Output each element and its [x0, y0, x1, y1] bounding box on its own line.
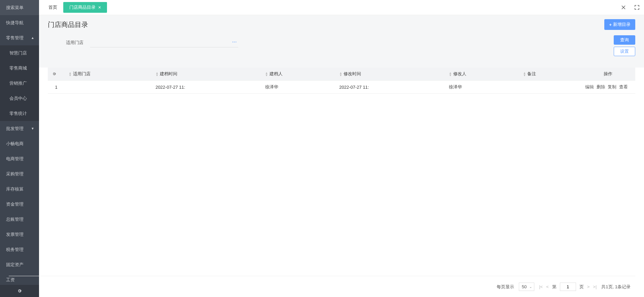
chevron-down-icon: ▼: [31, 127, 34, 130]
pagination-summary: 共1页, 1条记录: [601, 284, 631, 290]
sidebar-settings-button[interactable]: [0, 285, 39, 297]
cell-creator: 徐泽华: [261, 81, 335, 94]
plus-icon: +: [609, 22, 612, 27]
close-all-button[interactable]: [618, 2, 629, 12]
col-remark[interactable]: 备注: [519, 68, 580, 81]
sidebar-item-purchase[interactable]: 采购管理: [0, 166, 39, 181]
sidebar-item-funds[interactable]: 资金管理: [0, 197, 39, 212]
sidebar-item-salary[interactable]: 工资: [0, 272, 39, 285]
cell-modifier: 徐泽华: [445, 81, 519, 94]
delete-link[interactable]: 删除: [597, 84, 605, 89]
main: 首页 门店商品目录 × 门店商品目录 + 新增目录: [39, 0, 644, 297]
cell-ops: 编辑 删除 复制 查看: [580, 81, 635, 94]
sort-icon: [265, 72, 268, 77]
sidebar-item-fixed-assets[interactable]: 固定资产: [0, 257, 39, 272]
per-page-label: 每页显示: [497, 284, 514, 290]
page-size-select[interactable]: 50 ⌄: [519, 283, 534, 291]
filter-store-input[interactable]: ···: [90, 38, 238, 47]
sidebar-item-ecommerce[interactable]: 电商管理: [0, 151, 39, 166]
sidebar-item-marketing[interactable]: 营销推广: [0, 76, 39, 91]
cell-create-time: 2022-07-27 11:: [151, 81, 261, 94]
chevron-down-icon: ⌄: [529, 285, 532, 289]
column-config-button[interactable]: [48, 68, 65, 81]
page-first-button[interactable]: |<: [539, 284, 543, 289]
col-ops: 操作: [580, 68, 635, 81]
ellipsis-icon[interactable]: ···: [232, 39, 237, 44]
cell-modify-time: 2022-07-27 11:: [335, 81, 445, 94]
tabs-bar: 首页 门店商品目录 ×: [39, 0, 644, 15]
sort-icon: [523, 72, 526, 77]
filter-bar: 适用门店 ··· 查询 设置: [39, 34, 644, 51]
page-header: 门店商品目录 + 新增目录: [39, 15, 644, 34]
sidebar-item-search-menu[interactable]: 搜索菜单: [0, 0, 39, 15]
sort-icon: [339, 72, 342, 77]
col-modifier[interactable]: 修改人: [445, 68, 519, 81]
page-prev-button[interactable]: <: [546, 284, 549, 289]
col-modify-time[interactable]: 修改时间: [335, 68, 445, 81]
page-input[interactable]: [560, 283, 576, 291]
fullscreen-button[interactable]: [632, 2, 642, 12]
cell-remark: [519, 81, 580, 94]
page-last-button[interactable]: >|: [593, 284, 597, 289]
sort-icon: [69, 72, 72, 77]
sort-icon: [449, 72, 452, 77]
edit-link[interactable]: 编辑: [585, 84, 594, 89]
row-index: 1: [48, 81, 65, 94]
page-suffix: 页: [579, 284, 584, 290]
sidebar-item-inventory[interactable]: 库存核算: [0, 181, 39, 197]
close-icon[interactable]: ×: [98, 5, 101, 10]
chevron-up-icon: ▲: [31, 36, 34, 40]
sidebar-item-tax[interactable]: 税务管理: [0, 242, 39, 257]
tab-store-catalog[interactable]: 门店商品目录 ×: [63, 2, 107, 13]
query-button[interactable]: 查询: [614, 35, 635, 45]
filter-store-label: 适用门店: [66, 40, 83, 46]
sidebar-item-wholesale[interactable]: 批发管理 ▼: [0, 121, 39, 136]
sidebar-item-member-center[interactable]: 会员中心: [0, 91, 39, 106]
sidebar-menu: 搜索菜单 快捷导航 零售管理 ▲ 智慧门店 零售商城 营销推广 会员中心 零售统…: [0, 0, 39, 285]
col-store[interactable]: 适用门店: [65, 68, 151, 81]
settings-button[interactable]: 设置: [614, 47, 635, 56]
data-table: 适用门店 建档时间 建档人 修改时间 修改人 备注 操作 1 2022-07-2…: [48, 68, 635, 94]
sort-icon: [155, 72, 158, 77]
add-catalog-button[interactable]: + 新增目录: [604, 19, 635, 30]
table-header-row: 适用门店 建档时间 建档人 修改时间 修改人 备注 操作: [48, 68, 635, 81]
copy-link[interactable]: 复制: [608, 84, 616, 89]
table-row[interactable]: 1 2022-07-27 11: 徐泽华 2022-07-27 11: 徐泽华 …: [48, 81, 635, 94]
sidebar-item-xiaochang[interactable]: 小畅电商: [0, 136, 39, 151]
sidebar-item-ledger[interactable]: 总账管理: [0, 212, 39, 227]
sidebar-item-invoice[interactable]: 发票管理: [0, 227, 39, 242]
col-creator[interactable]: 建档人: [261, 68, 335, 81]
sidebar-item-retail-mall[interactable]: 零售商城: [0, 60, 39, 76]
page-title: 门店商品目录: [48, 20, 88, 29]
col-create-time[interactable]: 建档时间: [151, 68, 261, 81]
sidebar-item-quicknav[interactable]: 快捷导航: [0, 15, 39, 30]
sidebar-item-retail-stats[interactable]: 零售统计: [0, 106, 39, 121]
page-prefix: 第: [552, 284, 557, 290]
sidebar-item-smart-store[interactable]: 智慧门店: [0, 45, 39, 60]
view-link[interactable]: 查看: [619, 84, 628, 89]
sidebar: 搜索菜单 快捷导航 零售管理 ▲ 智慧门店 零售商城 营销推广 会员中心 零售统…: [0, 0, 39, 297]
page-next-button[interactable]: >: [587, 284, 590, 289]
sidebar-item-retail[interactable]: 零售管理 ▲: [0, 30, 39, 45]
gear-icon: [17, 288, 22, 294]
tab-home[interactable]: 首页: [42, 2, 63, 13]
page-nav: |< < 第 页 > >|: [539, 283, 597, 291]
pagination: 每页显示 50 ⌄ |< < 第 页 > >| 共1页, 1条记录: [497, 283, 631, 291]
cell-store: [65, 81, 151, 94]
